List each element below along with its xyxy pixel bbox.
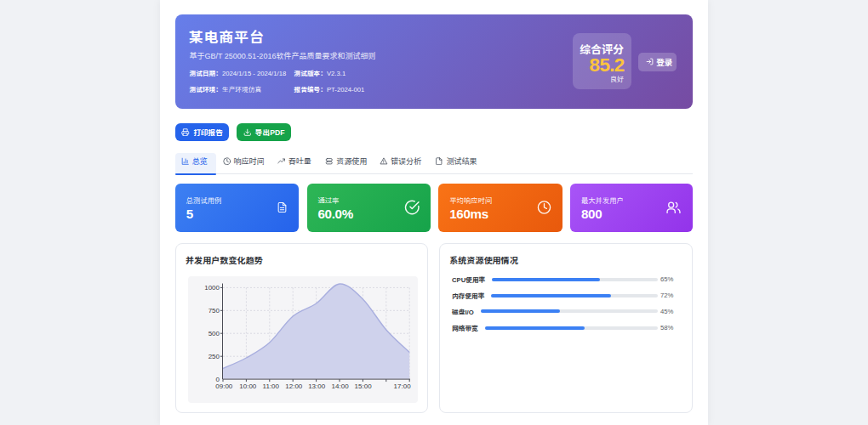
svg-text:11:00: 11:00: [263, 382, 280, 389]
svg-text:10:00: 10:00: [239, 382, 257, 389]
svg-text:500: 500: [208, 330, 220, 337]
svg-text:13:00: 13:00: [308, 382, 326, 389]
svg-text:09:00: 09:00: [215, 382, 233, 389]
svg-text:1000: 1000: [204, 284, 220, 292]
svg-text:15:00: 15:00: [355, 382, 373, 389]
svg-text:17:00: 17:00: [394, 382, 412, 389]
svg-text:750: 750: [208, 307, 220, 314]
svg-text:12:00: 12:00: [285, 382, 303, 389]
svg-text:250: 250: [208, 353, 220, 360]
svg-text:14:00: 14:00: [332, 382, 350, 389]
